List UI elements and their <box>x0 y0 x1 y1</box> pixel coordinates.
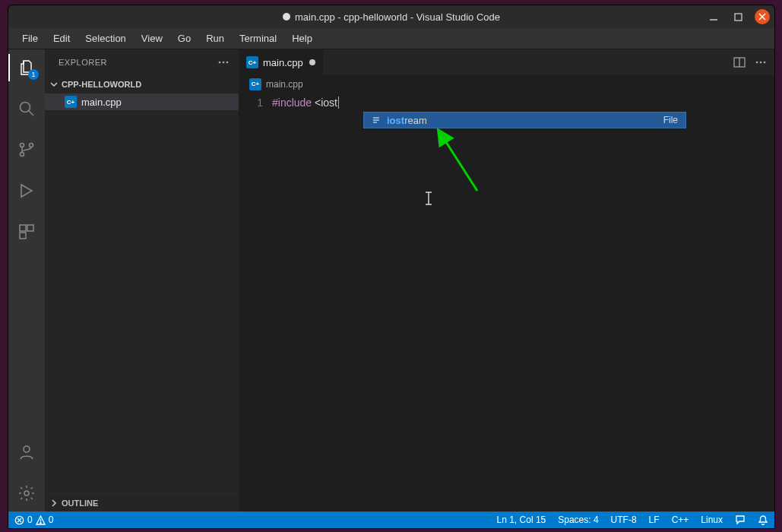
menu-go[interactable]: Go <box>170 30 198 47</box>
svg-point-22 <box>764 62 766 64</box>
svg-point-7 <box>21 153 24 157</box>
sidebar-more-button[interactable] <box>217 56 230 68</box>
code-content[interactable]: #include <iost iostream File <box>272 93 774 511</box>
tab-actions <box>733 49 774 75</box>
text-caret <box>338 97 339 109</box>
activity-search[interactable] <box>8 95 45 122</box>
gear-icon <box>17 484 36 502</box>
status-language[interactable]: C++ <box>666 511 695 528</box>
window-title: main.cpp - cpp-helloworld - Visual Studi… <box>295 11 500 23</box>
bell-icon <box>758 515 768 525</box>
suggestion-popup[interactable]: iostream File <box>363 112 686 128</box>
ibeam-cursor-icon <box>424 191 433 206</box>
menu-file[interactable]: File <box>14 30 46 47</box>
status-warnings-count: 0 <box>49 515 54 525</box>
svg-point-21 <box>760 62 762 64</box>
breadcrumb[interactable]: C+ main.cpp <box>239 75 774 93</box>
svg-point-6 <box>21 144 24 147</box>
search-icon <box>17 100 36 118</box>
file-tree-item[interactable]: C+ main.cpp <box>45 93 239 110</box>
activity-account[interactable] <box>8 439 45 466</box>
status-problems[interactable]: 0 0 <box>8 511 59 528</box>
ellipsis-icon <box>755 56 767 68</box>
annotation-arrow-icon <box>432 125 492 194</box>
svg-rect-1 <box>735 14 742 21</box>
svg-point-4 <box>21 103 30 112</box>
minimize-button[interactable] <box>706 9 721 24</box>
token-text: <iost <box>312 97 337 109</box>
svg-point-36 <box>40 522 41 523</box>
extensions-icon <box>17 223 36 241</box>
error-icon <box>14 515 24 525</box>
maximize-button[interactable] <box>730 9 746 24</box>
folder-name: CPP-HELLOWORLD <box>62 80 141 89</box>
svg-point-15 <box>219 62 221 64</box>
suggestion-rest: ream <box>404 115 427 126</box>
menu-terminal[interactable]: Terminal <box>232 30 284 47</box>
status-bar: 0 0 Ln 1, Col 15 Spaces: 4 UTF-8 LF C++ … <box>8 511 774 528</box>
split-editor-button[interactable] <box>733 56 746 68</box>
menu-edit[interactable]: Edit <box>46 30 78 47</box>
status-notifications[interactable] <box>752 511 774 528</box>
suggestion-match: iost <box>387 115 404 126</box>
title-bar: main.cpp - cpp-helloworld - Visual Studi… <box>8 5 774 28</box>
status-os[interactable]: Linux <box>695 511 729 528</box>
activity-settings[interactable] <box>8 480 45 507</box>
gutter: 1 <box>239 93 272 511</box>
code-line: #include <iost <box>272 97 774 112</box>
snippet-icon <box>372 116 381 125</box>
menu-help[interactable]: Help <box>284 30 320 47</box>
cpp-file-icon: C+ <box>246 56 258 68</box>
status-indentation[interactable]: Spaces: 4 <box>552 511 604 528</box>
status-encoding[interactable]: UTF-8 <box>605 511 643 528</box>
app-window: main.cpp - cpp-helloworld - Visual Studi… <box>8 5 775 529</box>
menu-selection[interactable]: Selection <box>78 30 133 47</box>
editor-more-button[interactable] <box>755 56 767 68</box>
close-button[interactable] <box>755 9 770 24</box>
warning-icon <box>36 515 46 525</box>
split-icon <box>733 56 746 68</box>
svg-point-17 <box>226 62 229 64</box>
dirty-indicator-icon <box>283 13 290 21</box>
tab-label: main.cpp <box>263 57 303 68</box>
activity-run-debug[interactable] <box>8 177 45 204</box>
svg-rect-11 <box>27 225 33 231</box>
chevron-right-icon <box>49 499 59 508</box>
menu-bar: File Edit Selection View Go Run Terminal… <box>8 28 774 49</box>
tab-row: C+ main.cpp <box>239 49 774 75</box>
crumb-file: main.cpp <box>266 79 303 90</box>
line-number: 1 <box>239 97 263 109</box>
activity-extensions[interactable] <box>8 218 45 245</box>
token-macro: #include <box>272 97 312 109</box>
branch-icon <box>17 141 36 159</box>
svg-point-16 <box>223 62 225 64</box>
cpp-file-icon: C+ <box>65 96 77 108</box>
menu-run[interactable]: Run <box>198 30 232 47</box>
menu-view[interactable]: View <box>134 30 170 47</box>
status-cursor-position[interactable]: Ln 1, Col 15 <box>491 511 552 528</box>
svg-rect-10 <box>20 225 26 231</box>
file-name: main.cpp <box>81 97 122 108</box>
ellipsis-icon <box>217 56 230 68</box>
outline-header[interactable]: OUTLINE <box>45 493 239 511</box>
sidebar-header: EXPLORER <box>45 49 239 75</box>
play-bug-icon <box>17 182 36 200</box>
cpp-file-icon: C+ <box>249 78 261 90</box>
status-eol[interactable]: LF <box>643 511 666 528</box>
sidebar-title: EXPLORER <box>59 58 107 67</box>
code-editor[interactable]: 1 #include <iost iostream File <box>239 93 774 511</box>
svg-rect-12 <box>20 233 26 239</box>
activity-bar: 1 <box>8 49 45 511</box>
svg-point-8 <box>30 144 33 147</box>
tab-main-cpp[interactable]: C+ main.cpp <box>239 49 324 75</box>
activity-source-control[interactable] <box>8 136 45 163</box>
outline-label: OUTLINE <box>62 499 98 508</box>
svg-line-5 <box>29 111 33 116</box>
body: 1 <box>8 49 774 511</box>
status-feedback[interactable] <box>729 511 752 528</box>
folder-header[interactable]: CPP-HELLOWORLD <box>45 75 239 93</box>
feedback-icon <box>735 515 746 525</box>
editor-area: C+ main.cpp C+ main.cpp <box>239 49 774 511</box>
svg-point-14 <box>24 491 29 496</box>
activity-explorer[interactable]: 1 <box>8 54 45 81</box>
